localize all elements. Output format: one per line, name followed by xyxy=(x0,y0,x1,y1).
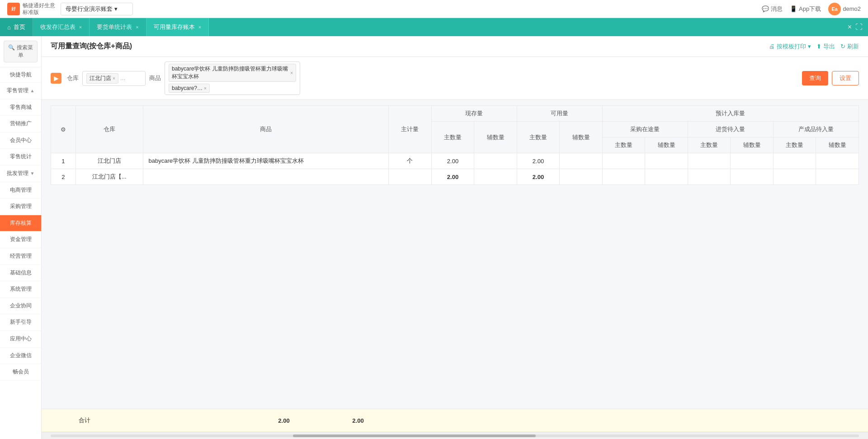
message-button[interactable]: 💬 消息 xyxy=(762,5,783,13)
product-tag-2: babycare?… × xyxy=(169,84,210,93)
row1-stock-main: 2.00 xyxy=(431,153,474,169)
tab-order-stats[interactable]: 要货单统计表 × xyxy=(90,18,146,36)
warehouse-input[interactable]: 江北门店 × … xyxy=(82,71,146,86)
scroll-bar-thumb[interactable] xyxy=(293,434,535,437)
remove-warehouse-tag[interactable]: × xyxy=(113,76,115,81)
row2-purchase-main xyxy=(602,169,645,185)
th-purchase-group: 采购在途量 xyxy=(602,122,688,137)
remove-product-tag-1[interactable]: × xyxy=(290,71,293,76)
th-settings: ⚙ xyxy=(51,106,76,153)
filter-group: 仓库 江北门店 × … 商品 babycare学饮杯 儿童防摔防撞吸管杯重力球吸… xyxy=(67,61,797,95)
row2-stock-aux xyxy=(474,169,517,185)
filter-toggle-button[interactable]: ▶ xyxy=(51,73,61,84)
sidebar-item-new-guide[interactable]: 新手引导 xyxy=(0,314,41,331)
sidebar-item-purchase-mgmt[interactable]: 采购管理 xyxy=(0,198,41,215)
tab-spacer xyxy=(209,18,842,36)
tab-home[interactable]: ⌂ 首页 xyxy=(0,18,33,36)
tab-controls: × ⛶ xyxy=(842,18,868,36)
th-planned-group: 预计入库量 xyxy=(602,106,859,122)
close-tab-order[interactable]: × xyxy=(136,24,138,30)
sidebar-item-finance-mgmt[interactable]: 资金管理 xyxy=(0,231,41,248)
remove-product-tag-2[interactable]: × xyxy=(204,86,207,91)
footer-stock-aux xyxy=(303,414,339,427)
row1-incoming-main xyxy=(688,153,731,169)
row1-index: 1 xyxy=(51,153,76,169)
row2-purchase-aux xyxy=(645,169,688,185)
product-label: 商品 xyxy=(149,74,161,82)
row2-unit xyxy=(389,169,432,185)
scroll-bar-area xyxy=(42,432,868,439)
search-menu-button[interactable]: 🔍 搜索菜单 xyxy=(4,41,38,62)
sidebar-item-retail-mall[interactable]: 零售商城 xyxy=(0,99,41,116)
sidebar-item-inventory-check[interactable]: 库存核算 xyxy=(0,215,41,232)
th-stock-main: 主数量 xyxy=(431,122,474,153)
scroll-bar-track[interactable] xyxy=(51,434,859,437)
refresh-button[interactable]: ↻ 刷新 xyxy=(840,42,859,51)
tab-receipt-summary[interactable]: 收发存汇总表 × xyxy=(33,18,90,36)
user-avatar[interactable]: Ea demo2 xyxy=(828,3,861,15)
th-product-main: 主数量 xyxy=(773,137,816,153)
close-tab-receipt[interactable]: × xyxy=(79,24,82,30)
th-product: 商品 xyxy=(143,106,389,153)
top-bar-right: 💬 消息 📱 App下载 Ea demo2 xyxy=(762,3,861,15)
warehouse-label: 仓库 xyxy=(67,74,79,82)
chevron-icon-2: ▼ xyxy=(30,171,35,176)
table-footer: 合计 2.00 2.00 xyxy=(42,409,868,432)
warehouse-tag: 江北门店 × xyxy=(86,73,118,84)
sidebar-item-wholesale-mgmt[interactable]: 批发管理 ▼ xyxy=(0,165,41,182)
sidebar-item-basic-info[interactable]: 基础信息 xyxy=(0,265,41,282)
sidebar-item-members[interactable]: 会员中心 xyxy=(0,132,41,149)
close-tab-inventory[interactable]: × xyxy=(198,24,201,30)
top-bar-left: 好 畅捷通好生意 标准版 母婴行业演示账套 ▾ xyxy=(7,2,133,15)
sidebar-item-vip-member[interactable]: 畅会员 xyxy=(0,364,41,381)
sidebar-item-ecommerce[interactable]: 电商管理 xyxy=(0,182,41,199)
warehouse-more[interactable]: … xyxy=(120,75,126,81)
row1-product-main xyxy=(773,153,816,169)
row2-stock-main: 2.00 xyxy=(431,169,474,185)
sidebar-item-operations-mgmt[interactable]: 经营管理 xyxy=(0,248,41,265)
row1-product: babycare学饮杯 儿童防摔防撞吸管杯重力球吸嘴杯宝宝水杯 xyxy=(143,153,389,169)
industry-selector[interactable]: 母婴行业演示账套 ▾ xyxy=(61,3,133,15)
sidebar-item-retail-mgmt[interactable]: 零售管理 ▲ xyxy=(0,83,41,99)
th-incoming-group: 进货待入量 xyxy=(688,122,773,137)
sidebar-quick-nav[interactable]: 快捷导航 xyxy=(0,67,41,83)
row1-purchase-aux xyxy=(645,153,688,169)
export-icon: ⬆ xyxy=(816,43,821,50)
sidebar-item-marketing[interactable]: 营销推广 xyxy=(0,116,41,132)
avatar: Ea xyxy=(828,3,841,15)
sidebar-item-app-center[interactable]: 应用中心 xyxy=(0,331,41,348)
chevron-down-icon: ▾ xyxy=(114,5,118,12)
close-all-tabs-button[interactable]: × xyxy=(848,23,852,31)
th-stock-aux: 辅数量 xyxy=(474,122,517,153)
query-button[interactable]: 查询 xyxy=(802,71,828,85)
top-bar: 好 畅捷通好生意 标准版 母婴行业演示账套 ▾ 💬 消息 📱 App下载 Ea … xyxy=(0,0,868,18)
settings-button[interactable]: 设置 xyxy=(832,71,859,85)
sidebar-item-system-mgmt[interactable]: 系统管理 xyxy=(0,281,41,298)
refresh-icon: ↻ xyxy=(840,43,845,50)
sidebar-search-section: 🔍 搜索菜单 xyxy=(0,36,41,67)
th-available-aux: 辅数量 xyxy=(560,122,603,153)
home-icon: ⌂ xyxy=(7,24,11,31)
logo-area: 好 畅捷通好生意 标准版 xyxy=(7,2,55,15)
app-download-button[interactable]: 📱 App下载 xyxy=(790,5,821,13)
sidebar-item-enterprise-wechat[interactable]: 企业微信 xyxy=(0,348,41,364)
row2-incoming-main xyxy=(688,169,731,185)
th-purchase-aux: 辅数量 xyxy=(645,137,688,153)
tab-available-inventory[interactable]: 可用量库存账本 × xyxy=(146,18,209,36)
footer-available-aux xyxy=(377,414,413,427)
product-input[interactable]: babycare学饮杯 儿童防摔防撞吸管杯重力球吸嘴杯宝宝水杯 × babyca… xyxy=(165,61,300,95)
sidebar-item-enterprise-coop[interactable]: 企业协同 xyxy=(0,298,41,315)
footer-rest xyxy=(414,414,858,427)
row1-purchase-main xyxy=(602,153,645,169)
content-area: 可用量查询(按仓库+商品) 🖨 按模板打印 ▾ ⬆ 导出 ↻ 刷新 ▶ xyxy=(42,36,868,439)
sidebar-item-retail-stats[interactable]: 零售统计 xyxy=(0,149,41,165)
print-button[interactable]: 🖨 按模板打印 ▾ xyxy=(769,42,811,51)
export-button[interactable]: ⬆ 导出 xyxy=(816,42,835,51)
th-stock-group: 现存量 xyxy=(431,106,517,122)
maximize-button[interactable]: ⛶ xyxy=(855,23,863,31)
product-tag-1: babycare学饮杯 儿童防摔防撞吸管杯重力球吸嘴杯宝宝水杯 × xyxy=(169,64,296,82)
page-actions: 🖨 按模板打印 ▾ ⬆ 导出 ↻ 刷新 xyxy=(769,42,859,51)
nav-tabs: ⌂ 首页 收发存汇总表 × 要货单统计表 × 可用量库存账本 × × ⛶ xyxy=(0,18,868,36)
gear-icon[interactable]: ⚙ xyxy=(61,126,66,133)
th-product-group: 产成品待入量 xyxy=(773,122,859,137)
